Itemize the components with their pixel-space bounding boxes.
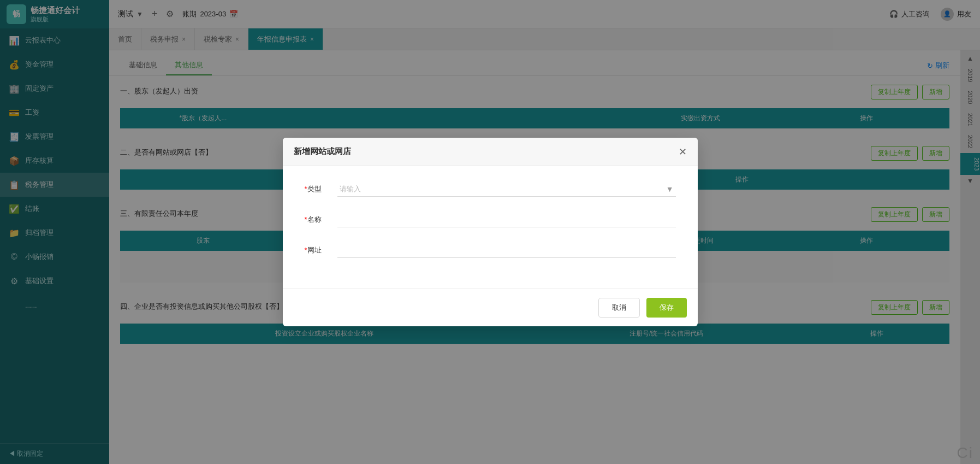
url-control-wrap [337,243,676,258]
name-label: *名称 [305,215,337,225]
form-row-url: *网址 [305,243,676,258]
modal-overlay: 新增网站或网店 ✕ *类型 ▼ *名称 [0,0,980,464]
name-input[interactable] [337,212,676,227]
cancel-button[interactable]: 取消 [598,298,640,318]
save-button[interactable]: 保存 [646,298,687,318]
dialog-title: 新增网站或网店 [294,146,351,157]
add-website-dialog: 新增网站或网店 ✕ *类型 ▼ *名称 [283,138,698,326]
dialog-body: *类型 ▼ *名称 *网址 [283,166,698,289]
url-label: *网址 [305,245,337,255]
form-row-name: *名称 [305,212,676,227]
type-input[interactable] [337,181,676,197]
dialog-footer: 取消 保存 [283,289,698,326]
url-input[interactable] [337,243,676,258]
name-control-wrap [337,212,676,227]
type-control-wrap: ▼ [337,181,676,197]
dialog-close-button[interactable]: ✕ [679,147,687,157]
type-label: *类型 [305,184,337,194]
dialog-header: 新增网站或网店 ✕ [283,138,698,166]
form-row-type: *类型 ▼ [305,181,676,197]
